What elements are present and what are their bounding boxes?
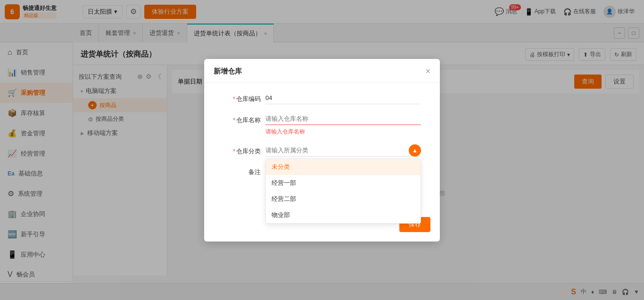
form-row-category: *仓库分类 ▲ 未分类 经营一部 经营二部 物业部: [223, 144, 421, 157]
category-input[interactable]: [265, 144, 421, 157]
code-label: *仓库编码: [223, 92, 261, 103]
category-dropdown: 未分类 经营一部 经营二部 物业部: [265, 158, 421, 224]
name-input[interactable]: [265, 113, 421, 125]
dropdown-item-operation2[interactable]: 经营二部: [266, 191, 421, 207]
dropdown-item-unclassified[interactable]: 未分类: [266, 159, 421, 175]
close-icon[interactable]: ×: [425, 67, 430, 76]
modal-body: *仓库编码 *仓库名称 请输入仓库名称 *仓库分类: [204, 83, 440, 211]
name-label: *仓库名称: [223, 113, 261, 125]
code-input[interactable]: [265, 92, 421, 104]
name-error-message: 请输入仓库名称: [265, 128, 305, 135]
modal-overlay: 新增仓库 × *仓库编码 *仓库名称 请输入仓库名称: [0, 0, 644, 300]
category-label: *仓库分类: [223, 144, 261, 156]
name-error-row: 请输入仓库名称: [223, 127, 421, 136]
dropdown-item-operation1[interactable]: 经营一部: [266, 175, 421, 191]
form-row-code: *仓库编码: [223, 92, 421, 104]
category-select-wrapper: ▲ 未分类 经营一部 经营二部 物业部: [265, 144, 421, 157]
name-field-row: *仓库名称: [223, 113, 421, 125]
form-row-name: *仓库名称 请输入仓库名称: [223, 113, 421, 136]
category-expand-icon[interactable]: ▲: [409, 144, 421, 157]
modal-header: 新增仓库 ×: [204, 59, 440, 83]
modal-dialog: 新增仓库 × *仓库编码 *仓库名称 请输入仓库名称: [204, 59, 440, 242]
note-label: 备注: [223, 165, 261, 176]
dropdown-item-property[interactable]: 物业部: [266, 207, 421, 223]
modal-title: 新增仓库: [214, 67, 242, 76]
